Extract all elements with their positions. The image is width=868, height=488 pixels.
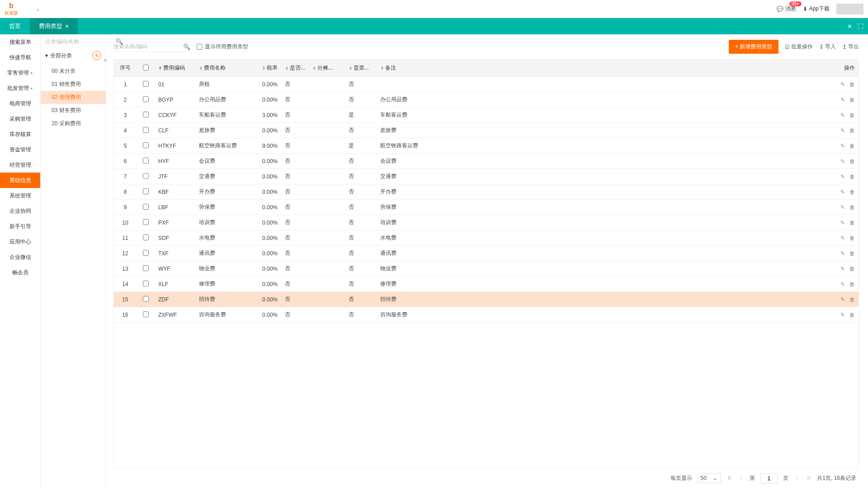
- prev-page-button[interactable]: ‹: [739, 474, 744, 482]
- table-row[interactable]: 6HYF会议费0.00%否否会议费✎🗑: [114, 154, 859, 169]
- row-checkbox[interactable]: [143, 311, 149, 317]
- header-bool[interactable]: ▲▼是否...: [281, 60, 309, 77]
- category-item-4[interactable]: 20 采购费用: [41, 117, 106, 130]
- edit-icon[interactable]: ✎: [840, 158, 845, 164]
- sidebar-item-14[interactable]: 企业微信: [0, 249, 40, 265]
- per-page-select[interactable]: 50 ⌄: [698, 473, 721, 483]
- row-checkbox[interactable]: [143, 204, 149, 210]
- app-download-button[interactable]: ⬇ App下载: [803, 5, 830, 13]
- delete-icon[interactable]: 🗑: [849, 281, 855, 287]
- header-seq[interactable]: 序号: [114, 60, 137, 77]
- edit-icon[interactable]: ✎: [840, 97, 845, 103]
- sidebar-item-13[interactable]: 应用中心: [0, 234, 40, 249]
- close-icon[interactable]: ×: [65, 23, 69, 30]
- header-rate[interactable]: ▲▼税率: [250, 60, 281, 77]
- row-checkbox[interactable]: [143, 250, 149, 256]
- edit-icon[interactable]: ✎: [840, 127, 845, 134]
- sidebar-item-12[interactable]: 新手引导: [0, 219, 40, 234]
- workspace-selector[interactable]: ⌄: [23, 5, 49, 12]
- sidebar-item-6[interactable]: 库存核算: [0, 127, 40, 142]
- edit-icon[interactable]: ✎: [840, 281, 845, 287]
- export-button[interactable]: ↥导出: [842, 43, 859, 51]
- table-row[interactable]: 8KBF开办费0.00%否否开办费✎🗑: [114, 184, 859, 200]
- messages-button[interactable]: 💬 消息 99+: [777, 5, 796, 13]
- delete-icon[interactable]: 🗑: [849, 112, 855, 118]
- delete-icon[interactable]: 🗑: [849, 235, 855, 241]
- table-row[interactable]: 4CLF差旅费0.00%否否差旅费✎🗑: [114, 123, 859, 138]
- category-all-label[interactable]: 全部分类: [50, 52, 72, 60]
- table-row[interactable]: 10PXF培训费0.00%否否培训费✎🗑: [114, 215, 859, 230]
- delete-icon[interactable]: 🗑: [849, 143, 855, 149]
- row-checkbox[interactable]: [143, 81, 149, 87]
- category-item-2[interactable]: 02 管理费用: [41, 91, 106, 104]
- category-item-3[interactable]: 03 财务费用: [41, 104, 106, 117]
- table-row[interactable]: 2BGYP办公用品费0.00%否否办公用品费✎🗑: [114, 92, 859, 108]
- delete-icon[interactable]: 🗑: [849, 158, 855, 164]
- sidebar-item-0[interactable]: 搜索菜单: [0, 34, 40, 50]
- edit-icon[interactable]: ✎: [840, 112, 845, 118]
- row-checkbox[interactable]: [143, 112, 149, 117]
- row-checkbox[interactable]: [143, 265, 149, 271]
- category-search-input[interactable]: [45, 38, 113, 45]
- table-row[interactable]: 9LBF劳保费0.00%否否劳保费✎🗑: [114, 200, 859, 215]
- delete-icon[interactable]: 🗑: [849, 174, 855, 180]
- delete-icon[interactable]: 🗑: [849, 220, 855, 226]
- edit-icon[interactable]: ✎: [840, 204, 845, 211]
- tab-expense-type[interactable]: 费用类型 ×: [30, 18, 78, 34]
- header-remark[interactable]: ▲▼备注: [377, 60, 822, 77]
- close-tab-icon[interactable]: ✕: [847, 23, 852, 30]
- category-item-1[interactable]: 01 销售费用: [41, 78, 106, 91]
- collapse-icon[interactable]: «: [104, 57, 107, 63]
- sidebar-item-4[interactable]: 电商管理: [0, 96, 40, 111]
- category-item-0[interactable]: 00 未分类: [41, 65, 106, 78]
- delete-icon[interactable]: 🗑: [849, 266, 855, 272]
- delete-icon[interactable]: 🗑: [849, 204, 855, 211]
- select-all-checkbox[interactable]: [143, 65, 149, 70]
- search-icon[interactable]: 🔍: [183, 43, 190, 50]
- row-checkbox[interactable]: [143, 158, 149, 164]
- import-button[interactable]: ↧导入: [819, 43, 836, 51]
- row-checkbox[interactable]: [143, 188, 149, 194]
- edit-icon[interactable]: ✎: [840, 174, 845, 180]
- table-row[interactable]: 7JTF交通费0.00%否否交通费✎🗑: [114, 169, 859, 184]
- page-input[interactable]: [760, 473, 778, 483]
- row-checkbox[interactable]: [143, 142, 149, 148]
- table-row[interactable]: 16ZXFWF咨询服务费0.00%否否咨询服务费✎🗑: [114, 307, 859, 323]
- delete-icon[interactable]: 🗑: [849, 127, 855, 134]
- search-icon[interactable]: 🔍: [116, 38, 123, 45]
- delete-icon[interactable]: 🗑: [849, 189, 855, 195]
- row-checkbox[interactable]: [143, 127, 149, 133]
- edit-icon[interactable]: ✎: [840, 250, 845, 257]
- edit-category-icon[interactable]: ✎: [92, 51, 101, 60]
- table-search-input[interactable]: [113, 42, 183, 52]
- header-share[interactable]: ▲▼分摊...: [309, 60, 345, 77]
- add-expense-button[interactable]: + 新增费用类型: [729, 40, 778, 54]
- header-ticket[interactable]: ▲▼普票...: [345, 60, 377, 77]
- table-row[interactable]: 15ZDF招待费0.00%否否招待费✎🗑: [114, 292, 859, 307]
- edit-icon[interactable]: ✎: [840, 312, 845, 318]
- delete-icon[interactable]: 🗑: [849, 250, 855, 257]
- sidebar-item-2[interactable]: 零售管理▸: [0, 65, 40, 80]
- row-checkbox[interactable]: [143, 296, 149, 302]
- table-row[interactable]: 12TXF通讯费0.00%否否通讯费✎🗑: [114, 246, 859, 261]
- user-avatar[interactable]: [836, 4, 863, 14]
- table-row[interactable]: 11SDF水电费0.00%否否水电费✎🗑: [114, 230, 859, 246]
- edit-icon[interactable]: ✎: [840, 296, 845, 303]
- delete-icon[interactable]: 🗑: [849, 312, 855, 318]
- edit-icon[interactable]: ✎: [840, 143, 845, 149]
- row-checkbox[interactable]: [143, 219, 149, 225]
- delete-icon[interactable]: 🗑: [849, 296, 855, 303]
- first-page-button[interactable]: K: [726, 474, 733, 482]
- sidebar-item-9[interactable]: 基础信息: [0, 173, 40, 188]
- show-disabled-input[interactable]: [197, 44, 203, 50]
- edit-icon[interactable]: ✎: [840, 235, 845, 241]
- table-row[interactable]: 13WYF物业费0.00%否否物业费✎🗑: [114, 261, 859, 277]
- expand-icon[interactable]: ▾: [45, 52, 48, 59]
- sidebar-item-7[interactable]: 资金管理: [0, 142, 40, 157]
- header-name[interactable]: ▲▼费用名称: [195, 60, 250, 77]
- edit-icon[interactable]: ✎: [840, 189, 845, 195]
- delete-icon[interactable]: 🗑: [849, 97, 855, 103]
- row-checkbox[interactable]: [143, 281, 149, 286]
- edit-icon[interactable]: ✎: [840, 220, 845, 226]
- show-disabled-checkbox[interactable]: 显示停用费用类型: [197, 43, 248, 51]
